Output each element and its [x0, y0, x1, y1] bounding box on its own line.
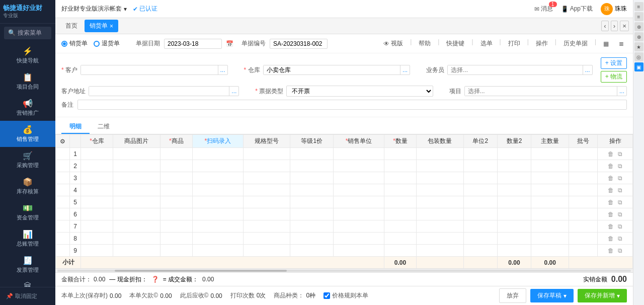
row-pkg-5[interactable] [417, 196, 464, 208]
row-batch-1[interactable] [569, 148, 598, 160]
date-input[interactable] [164, 39, 222, 49]
history-button[interactable]: 历史单据 [560, 38, 591, 49]
row-product-6[interactable] [160, 208, 192, 220]
row-batch-4[interactable] [569, 184, 598, 196]
row-price-4[interactable] [290, 184, 334, 196]
warehouse-select-btn[interactable]: ... [400, 65, 410, 74]
row-copy-7[interactable]: ⧉ [617, 223, 623, 230]
select-button[interactable]: 选单 [477, 38, 496, 49]
abandon-button[interactable]: 放弃 [499, 288, 526, 303]
grid-view-btn[interactable]: ▦ [600, 38, 612, 49]
tab-sales-order[interactable]: 销货单 × [85, 20, 118, 32]
row-warehouse-4[interactable] [81, 184, 113, 196]
row-warehouse-6[interactable] [81, 208, 113, 220]
row-spec-2[interactable] [243, 160, 290, 172]
row-delete-2[interactable]: 🗑 [607, 163, 615, 170]
row-delete-1[interactable]: 🗑 [607, 150, 615, 158]
row-spec-4[interactable] [243, 184, 290, 196]
row-batch-2[interactable] [569, 160, 598, 172]
row-main-qty-1[interactable] [531, 148, 569, 160]
row-copy-3[interactable]: ⧉ [617, 175, 623, 182]
row-scan-7[interactable] [192, 220, 243, 233]
customer-select-btn[interactable]: ... [218, 65, 227, 74]
row-unit2-2[interactable] [463, 160, 497, 172]
row-pkg-4[interactable] [417, 184, 464, 196]
row-spec-1[interactable] [243, 148, 290, 160]
row-scan-9[interactable] [192, 245, 243, 257]
row-scan-5[interactable] [192, 196, 243, 208]
save-draft-button[interactable]: 保存草稿 ▾ [530, 289, 574, 302]
tab-detail[interactable]: 明细 [61, 120, 90, 134]
sidebar-item-finance[interactable]: 💵 资金管理 [0, 199, 55, 225]
row-qty2-6[interactable] [497, 208, 531, 220]
row-qty2-9[interactable] [497, 245, 531, 257]
row-batch-8[interactable] [569, 233, 598, 245]
row-copy-4[interactable]: ⧉ [617, 187, 623, 194]
row-unit-9[interactable] [334, 245, 384, 257]
row-qty2-5[interactable] [497, 196, 531, 208]
row-unit2-9[interactable] [463, 245, 497, 257]
row-qty-7[interactable] [384, 220, 416, 233]
row-warehouse-2[interactable] [81, 160, 113, 172]
row-product-4[interactable] [160, 184, 192, 196]
sidebar-item-purchase[interactable]: 🛒 采购管理 [0, 147, 55, 173]
row-copy-2[interactable]: ⧉ [617, 163, 623, 170]
row-batch-7[interactable] [569, 220, 598, 233]
right-btn-6[interactable]: ◎ [634, 52, 643, 61]
row-pkg-2[interactable] [417, 160, 464, 172]
row-main-qty-4[interactable] [531, 184, 569, 196]
right-btn-2[interactable]: ≡ [634, 12, 643, 21]
note-input[interactable] [77, 100, 627, 110]
horizontal-scrollbar[interactable] [55, 268, 633, 272]
row-price-6[interactable] [290, 208, 334, 220]
radio-return-order[interactable]: 退货单 [94, 39, 120, 48]
row-product-3[interactable] [160, 172, 192, 184]
row-spec-8[interactable] [243, 233, 290, 245]
address-input[interactable] [89, 87, 229, 96]
user-area[interactable]: 珠 珠珠 [601, 3, 627, 15]
radio-sale-order[interactable]: 销货单 [61, 39, 88, 48]
row-product-7[interactable] [160, 220, 192, 233]
row-unit-6[interactable] [334, 208, 384, 220]
unpin-button[interactable]: 📌 取消固定 [4, 290, 51, 302]
row-unit-8[interactable] [334, 233, 384, 245]
row-warehouse-5[interactable] [81, 196, 113, 208]
tab-nav-close[interactable]: × [620, 21, 629, 31]
row-spec-6[interactable] [243, 208, 290, 220]
row-main-qty-7[interactable] [531, 220, 569, 233]
row-qty2-2[interactable] [497, 160, 531, 172]
warehouse-input[interactable] [264, 65, 400, 74]
tab-nav-next[interactable]: › [611, 21, 618, 31]
row-price-9[interactable] [290, 245, 334, 257]
row-warehouse-9[interactable] [81, 245, 113, 257]
row-qty-8[interactable] [384, 233, 416, 245]
sidebar-item-marketing[interactable]: 📢 营销推广 [0, 95, 55, 121]
row-unit2-1[interactable] [463, 148, 497, 160]
row-copy-6[interactable]: ⧉ [617, 211, 623, 218]
row-price-1[interactable] [290, 148, 334, 160]
customer-input[interactable] [81, 65, 218, 74]
row-pkg-9[interactable] [417, 245, 464, 257]
row-batch-6[interactable] [569, 208, 598, 220]
row-qty2-7[interactable] [497, 220, 531, 233]
row-unit-7[interactable] [334, 220, 384, 233]
row-price-8[interactable] [290, 233, 334, 245]
row-price-3[interactable] [290, 172, 334, 184]
row-delete-5[interactable]: 🗑 [607, 199, 615, 206]
row-qty-4[interactable] [384, 184, 416, 196]
row-product-9[interactable] [160, 245, 192, 257]
row-qty-3[interactable] [384, 172, 416, 184]
row-qty2-4[interactable] [497, 184, 531, 196]
row-main-qty-5[interactable] [531, 196, 569, 208]
salesperson-select-btn[interactable]: ... [583, 65, 592, 74]
row-delete-6[interactable]: 🗑 [607, 211, 615, 218]
row-batch-3[interactable] [569, 172, 598, 184]
print-button[interactable]: 打印 [505, 38, 523, 49]
row-copy-8[interactable]: ⧉ [617, 235, 623, 242]
tab-home[interactable]: 首页 [59, 20, 84, 32]
row-qty2-1[interactable] [497, 148, 531, 160]
app-download-button[interactable]: 📱 App下载 [561, 5, 593, 13]
salesperson-input[interactable] [448, 65, 583, 74]
help-button[interactable]: 帮助 [416, 38, 434, 49]
project-input[interactable] [465, 87, 617, 96]
